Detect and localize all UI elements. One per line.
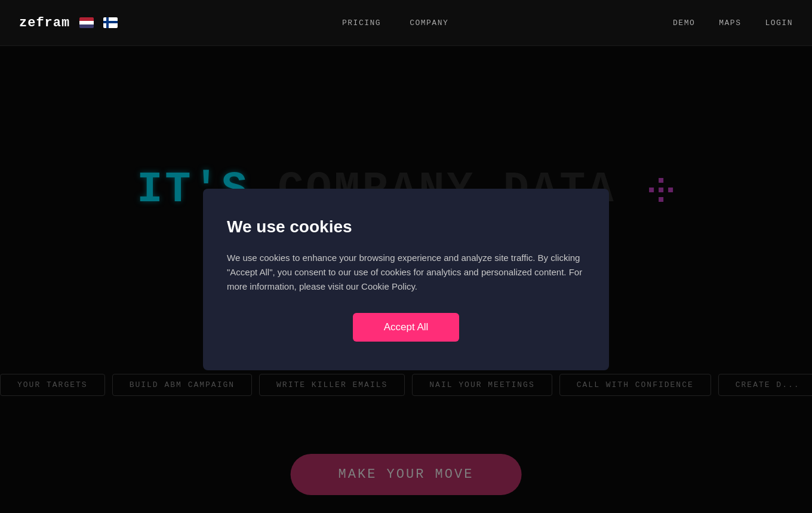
flag-us-icon[interactable] bbox=[79, 17, 94, 28]
nav-link-maps[interactable]: MAPS bbox=[719, 19, 741, 27]
cookie-overlay: We use cookies We use cookies to enhance… bbox=[0, 46, 812, 513]
nav-link-demo[interactable]: DEMO bbox=[673, 19, 695, 27]
navbar-left: zefram bbox=[19, 16, 118, 30]
navbar: zefram PRICING COMPANY DEMO MAPS LOGIN bbox=[0, 0, 812, 46]
navbar-center: PRICING COMPANY bbox=[342, 19, 448, 27]
navbar-right: DEMO MAPS LOGIN bbox=[673, 19, 793, 27]
flag-fi-icon[interactable] bbox=[103, 17, 118, 28]
accept-all-button[interactable]: Accept All bbox=[353, 313, 460, 342]
cookie-title: We use cookies bbox=[227, 217, 585, 236]
main-content: IT'S COMPANY DATA YOUR TARGETS BUILD ABM… bbox=[0, 46, 812, 513]
cookie-body: We use cookies to enhance your browsing … bbox=[227, 251, 585, 294]
nav-link-pricing[interactable]: PRICING bbox=[342, 19, 381, 27]
nav-link-company[interactable]: COMPANY bbox=[410, 19, 448, 27]
nav-link-login[interactable]: LOGIN bbox=[765, 19, 793, 27]
logo[interactable]: zefram bbox=[19, 16, 70, 30]
cookie-modal: We use cookies We use cookies to enhance… bbox=[203, 189, 609, 370]
